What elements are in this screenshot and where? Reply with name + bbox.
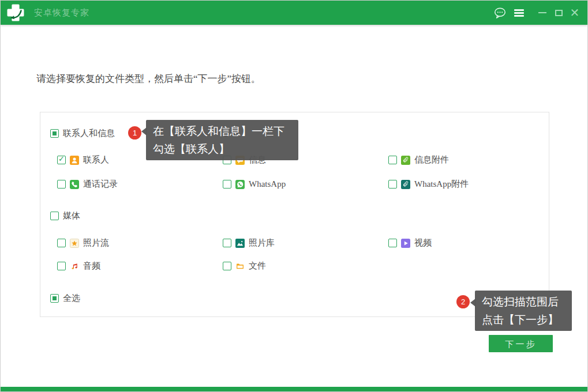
call-log-icon	[70, 180, 79, 189]
whatsapp-checkbox[interactable]	[223, 180, 231, 189]
close-button[interactable]: ✕	[567, 1, 582, 25]
whatsapp-icon	[235, 180, 245, 189]
checkbox-item-whatsapp[interactable]: WhatsApp	[223, 178, 286, 190]
checkbox-item-call-logs[interactable]: 通话记录	[57, 178, 118, 190]
checkbox-item-whatsapp-attachments[interactable]: WhatsApp附件	[388, 178, 469, 190]
next-step-button[interactable]: 下一步	[489, 335, 553, 352]
photo-stream-checkbox[interactable]	[57, 239, 66, 247]
whatsapp-attachment-icon	[401, 180, 410, 189]
checkbox-item-files[interactable]: 文件	[223, 260, 266, 272]
call-logs-checkbox[interactable]	[57, 180, 66, 189]
video-icon	[401, 239, 410, 248]
select-all-checkbox[interactable]	[50, 294, 59, 303]
group-media[interactable]: 媒体	[50, 210, 80, 222]
audio-icon	[70, 262, 79, 271]
photo-library-checkbox[interactable]	[223, 239, 231, 247]
tooltip-arrow	[470, 299, 475, 307]
group-contacts-messages[interactable]: 联系人和信息	[50, 127, 115, 140]
tooltip-line: 勾选扫描范围后	[482, 293, 565, 311]
files-checkbox[interactable]	[223, 262, 231, 270]
tooltip-step-2: 勾选扫描范围后 点击【下一步】	[475, 291, 572, 331]
checkbox-item-photo-stream[interactable]: 照片流	[57, 237, 109, 249]
tooltip-line: 在【联系人和信息】一栏下	[153, 122, 291, 140]
menu-icon[interactable]	[511, 1, 527, 25]
checkbox-item-photo-library[interactable]: 照片库	[223, 237, 275, 249]
contact-icon	[70, 156, 79, 165]
app-title: 安卓恢复专家	[34, 1, 89, 25]
step-1-badge: 1	[128, 126, 141, 140]
message-attachment-icon	[401, 156, 410, 165]
photo-stream-icon	[70, 239, 79, 248]
app-logo-icon	[6, 3, 25, 22]
checkbox-item-contacts[interactable]: 联系人	[57, 154, 109, 166]
group-contacts-messages-checkbox[interactable]	[50, 129, 59, 138]
group-media-checkbox[interactable]	[50, 212, 59, 220]
tooltip-line: 点击【下一步】	[482, 311, 565, 329]
instruction-text: 请选择要恢复的文件类型，然后单击“下一步”按钮。	[36, 72, 261, 85]
select-all[interactable]: 全选	[50, 292, 80, 304]
tooltip-step-1: 在【联系人和信息】一栏下 勾选【联系人】	[146, 120, 298, 160]
bottom-bar	[1, 387, 587, 391]
title-bar: 安卓恢复专家 ✕	[1, 1, 587, 25]
minimize-button[interactable]	[535, 1, 549, 25]
audio-checkbox[interactable]	[57, 262, 66, 270]
app-window: 安卓恢复专家 ✕ 请选择要恢复的文件类型，然后单击“下一步”按钮。 联系人和信息	[0, 0, 588, 392]
feedback-bubble-icon[interactable]	[492, 1, 508, 25]
message-attachments-checkbox[interactable]	[388, 156, 397, 164]
tooltip-arrow	[141, 127, 147, 135]
tooltip-line: 勾选【联系人】	[153, 140, 291, 158]
photo-library-icon	[235, 239, 245, 248]
step-2-badge: 2	[456, 295, 470, 308]
whatsapp-attachments-checkbox[interactable]	[388, 180, 397, 189]
maximize-button[interactable]	[552, 1, 565, 25]
checkbox-item-videos[interactable]: 视频	[388, 237, 432, 249]
videos-checkbox[interactable]	[388, 239, 397, 247]
file-icon	[235, 262, 245, 271]
checkbox-item-audio[interactable]: 音频	[57, 260, 100, 272]
checkbox-item-message-attachments[interactable]: 信息附件	[388, 154, 449, 166]
contacts-checkbox[interactable]	[57, 156, 66, 164]
